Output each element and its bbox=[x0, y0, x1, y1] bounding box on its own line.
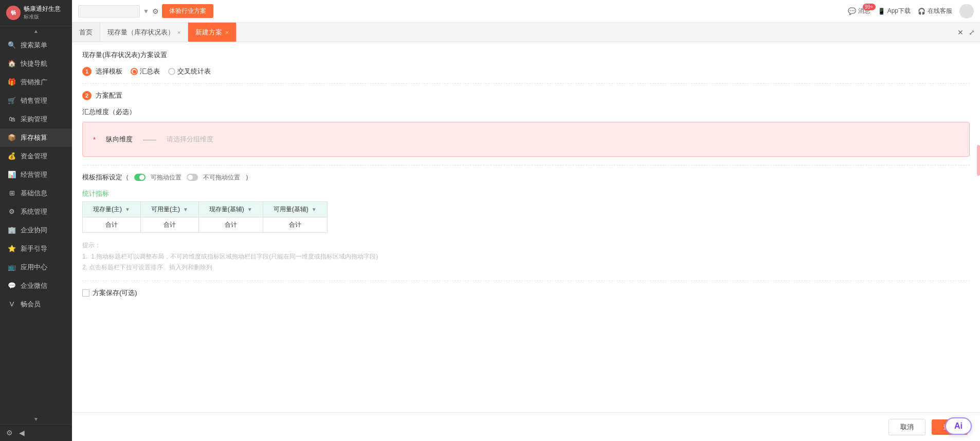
tabs-bar-right: ✕ ⤢ bbox=[956, 27, 976, 38]
headset-icon: 🎧 bbox=[918, 8, 925, 15]
dimension-box[interactable]: * 纵向维度 —— 请选择分组维度 bbox=[82, 122, 970, 157]
tab-close-all-icon[interactable]: ✕ bbox=[956, 27, 965, 38]
section1-label: 选择模板 bbox=[96, 67, 122, 76]
indicator-settings-label: 模板指标设定（ 可拖动位置 不可拖动位置 ） bbox=[82, 173, 970, 182]
col-dropdown-3[interactable]: ▼ bbox=[312, 207, 317, 212]
vertical-dimension-label: 纵向维度 bbox=[106, 135, 133, 144]
sidebar-item-app-center[interactable]: 📺 应用中心 bbox=[0, 258, 72, 277]
tip-1: 1. 1.拖动标题栏可以调整布局，不可跨维度或指标区域拖动栏目字段(只能在同一维… bbox=[82, 251, 970, 263]
sidebar-item-company[interactable]: 🏢 企业协同 bbox=[0, 221, 72, 240]
col-dropdown-0[interactable]: ▼ bbox=[125, 207, 130, 212]
tips-section: 提示： 1. 1.拖动标题栏可以调整布局，不可跨维度或指标区域拖动栏目字段(只能… bbox=[82, 240, 970, 273]
grid-icon: ⊞ bbox=[7, 189, 16, 198]
tip-2: 2. 点击标题栏下拉可设置排序、插入列和删除列 bbox=[82, 262, 970, 273]
tv-icon: 📺 bbox=[7, 263, 16, 272]
tab-new-plan[interactable]: 新建方案 × bbox=[188, 23, 236, 42]
col-header-3[interactable]: 可用量(基辅) ▼ bbox=[263, 202, 327, 217]
page-title: 现存量(库存状况表)方案设置 bbox=[82, 50, 970, 60]
sidebar-item-inventory[interactable]: 📦 库存核算 bbox=[0, 128, 72, 147]
ai-bubble[interactable]: Ai bbox=[945, 417, 972, 435]
messages-badge: 99+ bbox=[863, 4, 876, 10]
home-icon: 🏠 bbox=[7, 59, 16, 68]
col-dropdown-2[interactable]: ▼ bbox=[247, 207, 252, 212]
tab-inventory-status[interactable]: 现存量（库存状况表） × bbox=[100, 23, 188, 42]
radio-summary-dot bbox=[131, 68, 138, 75]
topbar: ▼ ⚙ 体验行业方案 💬 消息 99+ 📱 App下载 🎧 在线客服 bbox=[72, 0, 980, 23]
sidebar-item-guide[interactable]: ⭐ 新手引导 bbox=[0, 240, 72, 258]
content-area: 现存量(库存状况表)方案设置 1 选择模板 汇总表 交叉统计表 2 方案配置 bbox=[72, 42, 980, 441]
col-subtotal-2: 合计 bbox=[198, 217, 263, 233]
sidebar-item-sales[interactable]: 🛒 销售管理 bbox=[0, 91, 72, 110]
sidebar-item-member[interactable]: V 畅会员 bbox=[0, 295, 72, 314]
sidebar-bottom: ⚙ ◀ bbox=[0, 424, 72, 441]
col-header-0[interactable]: 现存量(主) ▼ bbox=[83, 202, 141, 217]
sidebar-item-wechat[interactable]: 💬 企业微信 bbox=[0, 277, 72, 295]
non-draggable-label: 不可拖动位置 bbox=[203, 173, 240, 182]
tabs-bar: 首页 现存量（库存状况表） × 新建方案 × ✕ ⤢ bbox=[72, 23, 980, 42]
topbar-dropdown-icon[interactable]: ▼ bbox=[143, 8, 149, 15]
topbar-search-input[interactable] bbox=[78, 5, 140, 17]
save-divider bbox=[82, 281, 970, 281]
col-header-1[interactable]: 可用量(主) ▼ bbox=[140, 202, 198, 217]
col-header-2[interactable]: 现存量(基辅) ▼ bbox=[198, 202, 263, 217]
col-dropdown-1[interactable]: ▼ bbox=[183, 207, 188, 212]
toggle-icon[interactable]: ◀ bbox=[19, 429, 25, 437]
scrollbar-handle[interactable] bbox=[977, 145, 980, 176]
col-subtotal-3: 合计 bbox=[263, 217, 327, 233]
sidebar-item-system[interactable]: ⚙ 系统管理 bbox=[0, 203, 72, 221]
logo-text: 畅康通好生意 标准版 bbox=[24, 5, 61, 21]
section2-num: 2 bbox=[82, 91, 92, 100]
save-checkbox[interactable] bbox=[82, 289, 89, 297]
section1-num: 1 bbox=[82, 67, 92, 76]
sidebar-item-marketing[interactable]: 🎁 营销推广 bbox=[0, 73, 72, 91]
sidebar-scroll-up[interactable]: ▲ bbox=[0, 26, 72, 36]
v-icon: V bbox=[7, 300, 16, 309]
chart-icon: 📊 bbox=[7, 170, 16, 179]
sidebar-item-operations[interactable]: 📊 经营管理 bbox=[0, 166, 72, 184]
col-subtotal-0: 合计 bbox=[83, 217, 141, 233]
app-logo: 畅 畅康通好生意 标准版 bbox=[0, 0, 72, 26]
radio-cross[interactable]: 交叉统计表 bbox=[168, 67, 211, 76]
radio-cross-dot bbox=[168, 68, 175, 75]
topbar-settings-icon[interactable]: ⚙ bbox=[152, 7, 159, 15]
app-download-icon: 📱 bbox=[878, 8, 885, 15]
required-star: * bbox=[93, 136, 96, 143]
topbar-right: 💬 消息 99+ 📱 App下载 🎧 在线客服 bbox=[848, 4, 974, 19]
save-row: 方案保存(可选) bbox=[82, 288, 970, 298]
sidebar-scroll-down[interactable]: ▼ bbox=[0, 414, 72, 424]
radio-summary[interactable]: 汇总表 bbox=[131, 67, 160, 76]
indicator-settings: 模板指标设定（ 可拖动位置 不可拖动位置 ） bbox=[82, 173, 970, 182]
tab-new-plan-close[interactable]: × bbox=[225, 29, 228, 35]
bag-icon: 🛍 bbox=[7, 115, 16, 124]
draggable-toggle[interactable] bbox=[134, 174, 146, 181]
save-label: 方案保存(可选) bbox=[93, 288, 137, 298]
app-download-btn[interactable]: 📱 App下载 bbox=[878, 7, 911, 15]
star-icon: ⭐ bbox=[7, 244, 16, 253]
sidebar-item-purchase[interactable]: 🛍 采购管理 bbox=[0, 110, 72, 128]
cart-icon: 🛒 bbox=[7, 96, 16, 105]
non-draggable-toggle[interactable] bbox=[187, 174, 198, 181]
col-subtotal-1: 合计 bbox=[140, 217, 198, 233]
sidebar-item-basic-info[interactable]: ⊞ 基础信息 bbox=[0, 184, 72, 203]
messages-btn[interactable]: 💬 消息 99+ bbox=[848, 7, 870, 15]
sidebar-nav: 🔍 搜索菜单 🏠 快捷导航 🎁 营销推广 🛒 销售管理 🛍 采购管理 📦 库存核… bbox=[0, 36, 72, 414]
user-avatar[interactable] bbox=[959, 4, 974, 19]
tips-label: 提示： bbox=[82, 240, 970, 251]
sidebar-item-quick-nav[interactable]: 🏠 快捷导航 bbox=[0, 54, 72, 73]
tab-home[interactable]: 首页 bbox=[72, 23, 100, 42]
tab-expand-icon[interactable]: ⤢ bbox=[968, 27, 976, 38]
search-icon: 🔍 bbox=[7, 41, 16, 50]
aggregate-label: 汇总维度（必选） bbox=[82, 107, 970, 117]
logo-icon: 畅 bbox=[6, 6, 21, 20]
section2-label: 方案配置 bbox=[96, 91, 122, 100]
building-icon: 🏢 bbox=[7, 226, 16, 235]
table-row: 合计 合计 合计 合计 bbox=[83, 217, 328, 233]
settings-icon[interactable]: ⚙ bbox=[6, 429, 13, 437]
online-service-btn[interactable]: 🎧 在线客服 bbox=[918, 7, 952, 15]
sidebar-item-finance[interactable]: 💰 资金管理 bbox=[0, 147, 72, 166]
experience-btn[interactable]: 体验行业方案 bbox=[162, 4, 213, 18]
tab-inventory-status-close[interactable]: × bbox=[177, 29, 180, 35]
sidebar-item-search[interactable]: 🔍 搜索菜单 bbox=[0, 36, 72, 54]
section1-divider bbox=[82, 83, 970, 84]
cancel-button[interactable]: 取消 bbox=[888, 419, 925, 435]
